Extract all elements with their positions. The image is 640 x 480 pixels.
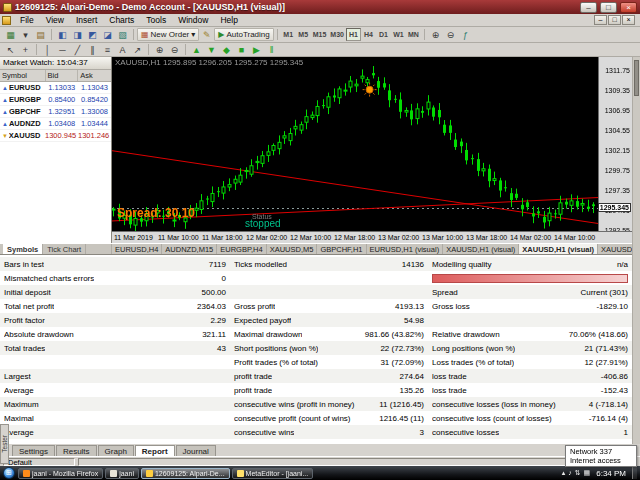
chart-tab-gbpchf-h1[interactable]: GBPCHF,H1 bbox=[317, 244, 366, 254]
timeframe-m5-button[interactable]: M5 bbox=[296, 28, 311, 41]
volume-icon[interactable]: ♪ bbox=[568, 469, 572, 477]
action-center-icon[interactable]: ▦ bbox=[584, 469, 591, 477]
equidistant-channel-icon[interactable]: ∥ bbox=[85, 43, 100, 56]
sell-arrow-icon[interactable]: ▼ bbox=[204, 43, 219, 56]
taskbar-button-jaani-mozilla-firefox[interactable]: jaani - Mozilla Firefox bbox=[18, 468, 103, 479]
zoom-out-icon[interactable]: ⊖ bbox=[443, 28, 458, 41]
timeframe-m15-button[interactable]: M15 bbox=[311, 28, 329, 41]
tester-tab-graph[interactable]: Graph bbox=[98, 445, 134, 456]
close-button[interactable]: × bbox=[620, 2, 637, 13]
tick-up-icon: ▲ bbox=[1, 97, 9, 103]
symbol-label: XAUUSD bbox=[9, 131, 45, 140]
mdi-restore-button[interactable]: □ bbox=[608, 15, 621, 25]
report-row: Averageconsecutive wins3consecutive loss… bbox=[0, 425, 632, 439]
autotrading-button[interactable]: ▶AutoTrading bbox=[214, 28, 273, 41]
terminal-icon[interactable]: ◪ bbox=[100, 28, 115, 41]
report-value: 3 bbox=[416, 428, 424, 437]
new-chart-icon[interactable]: ▦ bbox=[3, 28, 18, 41]
network-icon[interactable]: ⇅ bbox=[575, 469, 581, 477]
taskbar-button-12609125-alpari-de[interactable]: 12609125: Alpari-De... bbox=[141, 468, 230, 479]
scrollbar-thumb[interactable] bbox=[634, 60, 639, 96]
timeframe-w1-button[interactable]: W1 bbox=[391, 28, 406, 41]
menu-help[interactable]: Help bbox=[214, 14, 243, 26]
hidden-icons-icon[interactable]: ▴ bbox=[562, 469, 566, 477]
market-watch-row-eurgbp[interactable]: ▲EURGBP0.854000.85420 bbox=[0, 94, 111, 106]
navigator-icon[interactable]: ◩ bbox=[85, 28, 100, 41]
chart-tab-xauusd-m5[interactable]: XAUUSD,M5 bbox=[267, 244, 318, 254]
indicators-icon[interactable]: ƒ bbox=[458, 28, 473, 41]
chart-dropdown-icon[interactable]: ▾ bbox=[18, 28, 33, 41]
timeframe-m1-button[interactable]: M1 bbox=[281, 28, 296, 41]
report-cell: Initial deposit500.00 bbox=[0, 288, 230, 297]
menu-insert[interactable]: Insert bbox=[70, 14, 103, 26]
market-watch-row-eurusd[interactable]: ▲EURUSD1.130331.13043 bbox=[0, 82, 111, 94]
market-watch-row-gbpchf[interactable]: ▲GBPCHF1.329511.33008 bbox=[0, 106, 111, 118]
stop-marker-icon[interactable]: ■ bbox=[234, 43, 249, 56]
zoom-in-2-icon[interactable]: ⊕ bbox=[152, 43, 167, 56]
metaeditor-icon[interactable]: ✎ bbox=[199, 28, 214, 41]
menu-charts[interactable]: Charts bbox=[103, 14, 140, 26]
timeframe-h4-button[interactable]: H4 bbox=[361, 28, 376, 41]
chart-tab-xauusd-h1-vis[interactable]: XAUUSD,H1 (vis bbox=[598, 244, 632, 254]
chart-tab-xauusd-h1-visual[interactable]: XAUUSD,H1 (visual) bbox=[443, 244, 519, 254]
zoom-in-icon[interactable]: ⊕ bbox=[428, 28, 443, 41]
maximize-button[interactable]: □ bbox=[600, 2, 617, 13]
minimize-button[interactable]: – bbox=[580, 2, 597, 13]
vertical-line-icon[interactable]: │ bbox=[40, 43, 55, 56]
pause-visual-icon[interactable]: ‖ bbox=[264, 43, 279, 56]
menu-file[interactable]: File bbox=[14, 14, 40, 26]
strategy-tester-icon[interactable]: ▧ bbox=[115, 28, 130, 41]
trendline-icon[interactable]: ╱ bbox=[70, 43, 85, 56]
market-watch-tab-symbols[interactable]: Symbols bbox=[3, 244, 43, 254]
play-visual-icon[interactable]: ▶ bbox=[249, 43, 264, 56]
taskbar-button-jaani[interactable]: jaani bbox=[105, 468, 139, 479]
tester-tab-settings[interactable]: Settings bbox=[12, 445, 55, 456]
chart-tab-eurusd-h4[interactable]: EURUSD,H4 bbox=[112, 244, 162, 254]
mdi-minimize-button[interactable]: – bbox=[594, 15, 607, 25]
arrow-objects-icon[interactable]: ↗ bbox=[130, 43, 145, 56]
fibonacci-retracement-icon[interactable]: ≡ bbox=[100, 43, 115, 56]
market-watch-icon[interactable]: ◧ bbox=[55, 28, 70, 41]
profiles-icon[interactable]: ▤ bbox=[33, 28, 48, 41]
market-watch-row-audnzd[interactable]: ▲AUDNZD1.034081.03444 bbox=[0, 118, 111, 130]
report-value: 274.64 bbox=[396, 372, 424, 381]
toolbar-separator bbox=[148, 44, 149, 55]
buy-arrow-icon[interactable]: ▲ bbox=[189, 43, 204, 56]
taskbar-clock[interactable]: 6:34 PM bbox=[593, 469, 629, 478]
tester-tab-results[interactable]: Results bbox=[56, 445, 97, 456]
taskbar-button-metaeditor-jaani[interactable]: MetaEditor - [jaani... bbox=[232, 468, 314, 479]
price-scale[interactable]: 1311.751309.351306.951304.551302.151299.… bbox=[598, 57, 632, 231]
timeframe-m30-button[interactable]: M30 bbox=[328, 28, 346, 41]
data-window-icon[interactable]: ◨ bbox=[70, 28, 85, 41]
mdi-window-icon[interactable] bbox=[2, 16, 11, 25]
timeframe-h1-button[interactable]: H1 bbox=[346, 28, 361, 41]
mdi-close-button[interactable]: × bbox=[622, 15, 635, 25]
menu-window[interactable]: Window bbox=[172, 14, 214, 26]
tester-tab-journal[interactable]: Journal bbox=[176, 445, 216, 456]
show-desktop-button[interactable] bbox=[632, 467, 637, 479]
menu-tools[interactable]: Tools bbox=[140, 14, 172, 26]
new-order-button[interactable]: ▦New Order▾ bbox=[137, 28, 199, 41]
price-marker-icon[interactable]: ◆ bbox=[219, 43, 234, 56]
chart-tab-eurgbp-h4[interactable]: EURGBP,H4 bbox=[217, 244, 266, 254]
chart-tab-eurusd-h1-visual[interactable]: EURUSD,H1 (visual) bbox=[367, 244, 444, 254]
market-watch-row-xauusd[interactable]: ▼XAUUSD1300.9451301.246 bbox=[0, 130, 111, 142]
start-button[interactable]: ⊞ bbox=[3, 467, 15, 479]
chart-tab-xauusd-h1-visual[interactable]: XAUUSD,H1 (visual) bbox=[519, 244, 598, 254]
timeframe-d1-button[interactable]: D1 bbox=[376, 28, 391, 41]
market-watch-tab-tick-chart[interactable]: Tick Chart bbox=[43, 244, 86, 254]
cursor-icon[interactable]: ↖ bbox=[3, 43, 18, 56]
horizontal-line-icon[interactable]: ─ bbox=[55, 43, 70, 56]
menu-view[interactable]: View bbox=[40, 14, 70, 26]
bid-value: 1.03408 bbox=[46, 119, 79, 128]
zoom-out-2-icon[interactable]: ⊖ bbox=[167, 43, 182, 56]
candlestick-chart[interactable] bbox=[112, 57, 598, 231]
text-label-icon[interactable]: A bbox=[115, 43, 130, 56]
timeframe-mn-button[interactable]: MN bbox=[406, 28, 421, 41]
time-axis[interactable]: 11 Mar 201911 Mar 10:0011 Mar 18:0012 Ma… bbox=[112, 231, 632, 243]
crosshair-icon[interactable]: + bbox=[18, 43, 33, 56]
tester-tab-report[interactable]: Report bbox=[135, 445, 175, 456]
chart-tab-audnzd-m15[interactable]: AUDNZD,M15 bbox=[162, 244, 217, 254]
profile-selector[interactable]: Default bbox=[3, 458, 75, 466]
chart-area[interactable]: XAUUSD,H1 1295.895 1296.205 1295.275 129… bbox=[112, 57, 632, 243]
